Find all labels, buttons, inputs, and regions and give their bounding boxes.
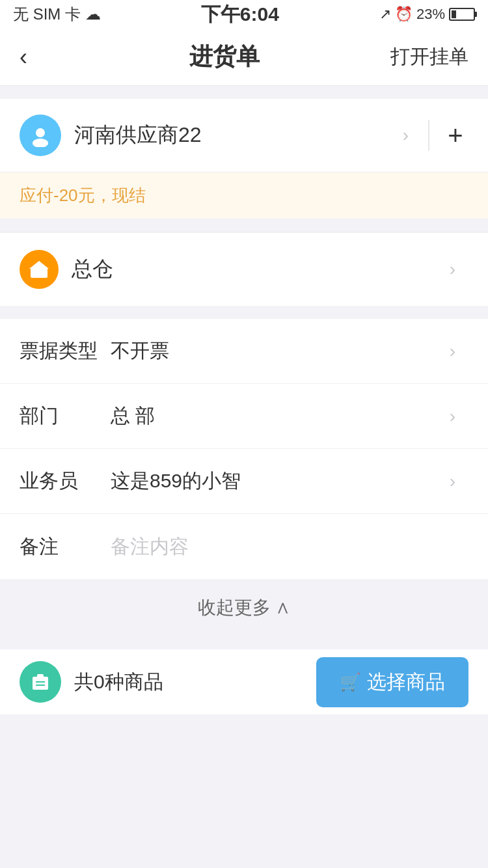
svg-marker-3 (29, 261, 49, 269)
supplier-row[interactable]: 河南供应商22 › + (0, 99, 488, 172)
staff-row[interactable]: 业务员 这是859的小智 › (0, 449, 488, 514)
remark-label: 备注 (20, 534, 111, 560)
select-product-button[interactable]: 🛒 选择商品 (316, 657, 468, 707)
form-section: 票据类型 不开票 › 部门 总 部 › 业务员 这是859的小智 › 备注 备注… (0, 319, 488, 579)
battery-icon (449, 8, 475, 21)
select-product-icon: 🛒 (340, 672, 360, 692)
supplier-avatar (20, 115, 61, 156)
page-title: 进货单 (189, 41, 260, 73)
warehouse-name: 总仓 (72, 255, 450, 284)
collapse-bar[interactable]: 收起更多 ∧ (0, 579, 488, 636)
svg-rect-5 (37, 674, 44, 679)
staff-label: 业务员 (20, 468, 111, 495)
section-gap-1 (0, 86, 488, 99)
open-pending-button[interactable]: 打开挂单 (390, 44, 468, 70)
signal-text: 无 SIM 卡 ☁ (13, 4, 101, 25)
svg-point-1 (33, 139, 48, 147)
svg-rect-2 (31, 267, 47, 278)
dept-chevron-icon: › (450, 406, 455, 427)
nav-bar: ‹ 进货单 打开挂单 (0, 29, 488, 86)
back-button[interactable]: ‹ (20, 44, 59, 71)
warehouse-row[interactable]: 总仓 › (0, 232, 488, 306)
invoice-value: 不开票 (111, 338, 450, 364)
alarm-icon: ⏰ (395, 6, 413, 23)
invoice-label: 票据类型 (20, 338, 111, 364)
dept-row[interactable]: 部门 总 部 › (0, 384, 488, 449)
remark-row[interactable]: 备注 备注内容 (0, 514, 488, 579)
bottom-bar: 共0种商品 🛒 选择商品 (0, 649, 488, 714)
status-left: 无 SIM 卡 ☁ (13, 4, 101, 25)
staff-chevron-icon: › (450, 471, 455, 492)
supplier-divider (428, 120, 429, 151)
status-right: ↗ ⏰ 23% (379, 6, 475, 23)
select-product-label: 选择商品 (367, 669, 445, 696)
invoice-chevron-icon: › (450, 341, 455, 362)
status-time: 下午6:04 (201, 1, 279, 28)
dept-value: 总 部 (111, 403, 450, 429)
dept-label: 部门 (20, 403, 111, 429)
notice-bar: 应付-20元，现结 (0, 172, 488, 219)
remark-input[interactable]: 备注内容 (111, 534, 468, 560)
warehouse-section: 总仓 › (0, 232, 488, 306)
supplier-section: 河南供应商22 › + 应付-20元，现结 (0, 99, 488, 219)
product-count: 共0种商品 (74, 669, 303, 696)
location-icon: ↗ (379, 6, 391, 23)
warehouse-chevron-icon: › (450, 259, 455, 280)
bottom-fill (0, 714, 488, 845)
add-supplier-button[interactable]: + (442, 121, 468, 150)
warehouse-icon (20, 250, 59, 289)
staff-value: 这是859的小智 (111, 468, 450, 495)
invoice-row[interactable]: 票据类型 不开票 › (0, 319, 488, 384)
supplier-chevron-icon: › (403, 125, 409, 146)
product-icon (20, 661, 61, 703)
status-bar: 无 SIM 卡 ☁ 下午6:04 ↗ ⏰ 23% (0, 0, 488, 29)
svg-point-0 (36, 128, 45, 137)
supplier-name: 河南供应商22 (74, 121, 403, 150)
battery-percent: 23% (416, 6, 445, 23)
